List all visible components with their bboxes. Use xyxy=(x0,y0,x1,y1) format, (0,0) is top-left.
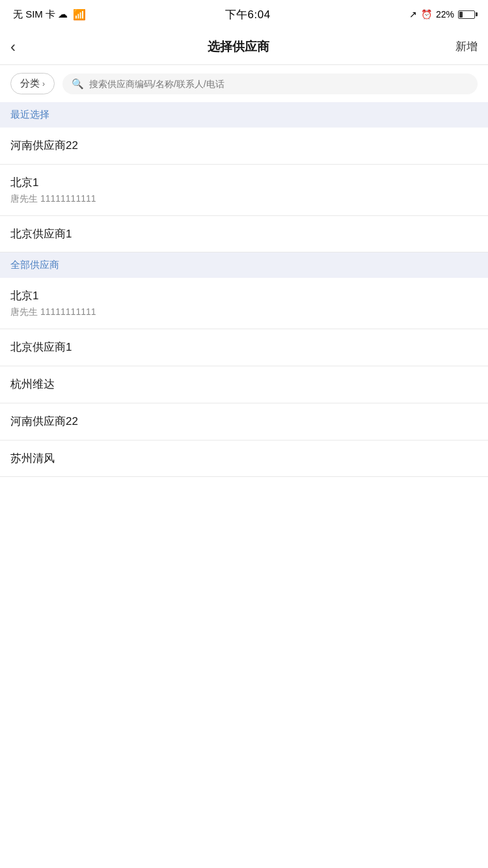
nav-bar: ‹ 选择供应商 新增 xyxy=(0,29,488,65)
item-name: 北京1 xyxy=(10,288,478,304)
all-section-label: 全部供应商 xyxy=(10,259,59,270)
new-button[interactable]: 新增 xyxy=(455,39,478,54)
filter-row: 分类 › 🔍 xyxy=(0,65,488,102)
list-item[interactable]: 北京1唐先生 11111111111 xyxy=(0,278,488,329)
status-time: 下午6:04 xyxy=(225,7,271,22)
status-left: 无 SIM 卡 ☁ 📶 xyxy=(13,8,86,21)
item-sub: 唐先生 11111111111 xyxy=(10,193,478,205)
all-items-list: 北京1唐先生 11111111111北京供应商1杭州维达河南供应商22苏州清风 xyxy=(0,278,488,477)
search-box: 🔍 xyxy=(62,74,478,94)
list-item[interactable]: 河南供应商22 xyxy=(0,403,488,441)
battery-icon xyxy=(458,10,475,19)
category-label: 分类 xyxy=(20,77,40,90)
battery-percent: 22% xyxy=(436,9,454,20)
list-item[interactable]: 苏州清风 xyxy=(0,441,488,478)
list-item[interactable]: 河南供应商22 xyxy=(0,128,488,165)
recent-section-header: 最近选择 xyxy=(0,102,488,128)
search-input[interactable] xyxy=(89,79,468,89)
item-name: 苏州清风 xyxy=(10,451,478,467)
back-button[interactable]: ‹ xyxy=(10,34,21,60)
all-section-header: 全部供应商 xyxy=(0,252,488,278)
item-name: 河南供应商22 xyxy=(10,414,478,429)
list-item[interactable]: 北京供应商1 xyxy=(0,216,488,253)
list-item[interactable]: 北京供应商1 xyxy=(0,329,488,366)
list-item[interactable]: 北京1唐先生 11111111111 xyxy=(0,165,488,216)
sim-status: 无 SIM 卡 ☁ xyxy=(13,8,68,21)
category-filter[interactable]: 分类 › xyxy=(10,73,55,94)
page-title: 选择供应商 xyxy=(208,38,269,55)
chevron-right-icon: › xyxy=(42,79,45,88)
status-right: ↗ ⏰ 22% xyxy=(409,9,475,20)
recent-section-label: 最近选择 xyxy=(10,109,49,120)
search-icon: 🔍 xyxy=(72,78,84,90)
item-name: 北京供应商1 xyxy=(10,226,478,242)
location-icon: ↗ xyxy=(409,9,417,20)
item-name: 杭州维达 xyxy=(10,377,478,392)
item-name: 北京1 xyxy=(10,175,478,191)
status-bar: 无 SIM 卡 ☁ 📶 下午6:04 ↗ ⏰ 22% xyxy=(0,0,488,29)
alarm-icon: ⏰ xyxy=(421,9,432,20)
item-sub: 唐先生 11111111111 xyxy=(10,306,478,318)
wifi-icon: 📶 xyxy=(73,8,86,21)
item-name: 河南供应商22 xyxy=(10,138,478,154)
list-item[interactable]: 杭州维达 xyxy=(0,366,488,403)
recent-items-list: 河南供应商22北京1唐先生 11111111111北京供应商1 xyxy=(0,128,488,252)
item-name: 北京供应商1 xyxy=(10,340,478,355)
